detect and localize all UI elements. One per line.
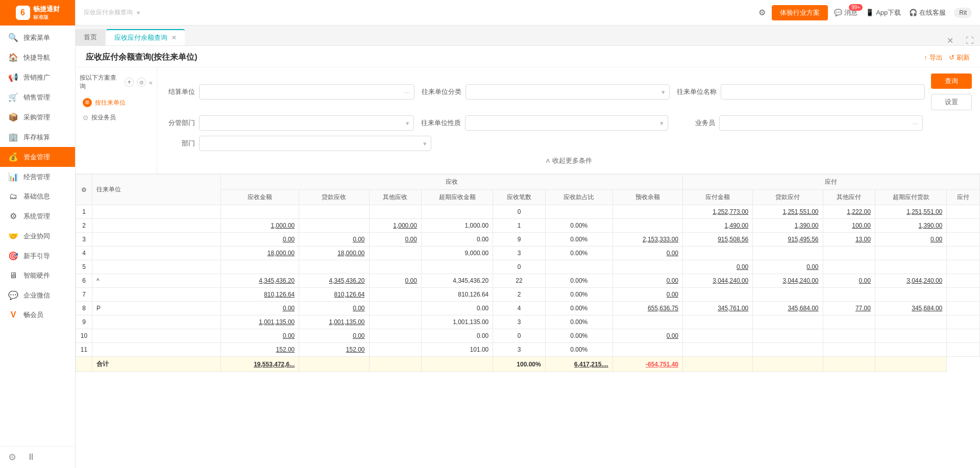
table-cell[interactable]	[682, 329, 752, 343]
online-service-button[interactable]: 🎧 在线客服	[909, 8, 946, 17]
table-cell[interactable]: 0.00	[299, 233, 369, 247]
promo-button[interactable]: 体验行业方案	[772, 5, 828, 20]
dept-mgr-input[interactable]: ▾	[199, 115, 414, 131]
table-cell[interactable]	[221, 205, 299, 219]
message-button[interactable]: 💬 消息 99+	[834, 8, 857, 17]
add-scheme-btn[interactable]: +	[125, 78, 134, 87]
table-cell[interactable]	[875, 315, 946, 329]
table-cell[interactable]: 0.00	[823, 274, 875, 288]
table-cell[interactable]: 810,126.64	[299, 288, 369, 302]
th-settings[interactable]: ⚙	[76, 175, 92, 205]
table-cell[interactable]	[369, 343, 421, 357]
table-cell[interactable]: 1,251,551.00	[753, 205, 823, 219]
tab-close-icon[interactable]: ✕	[172, 34, 177, 41]
scheme-by-staff[interactable]: ⊙ 按业务员	[80, 111, 153, 124]
table-cell[interactable]: 345,684.00	[753, 302, 823, 315]
sidebar-item-guide[interactable]: 🎯新手引导	[0, 246, 75, 266]
table-cell[interactable]: 0.00	[221, 233, 299, 247]
table-cell[interactable]: 0.00	[221, 302, 299, 315]
sidebar-item-sales[interactable]: 🛒销售管理	[0, 87, 75, 107]
table-cell[interactable]: 3,044,240.00	[753, 274, 823, 288]
tab-home[interactable]: 首页	[76, 29, 105, 45]
table-cell[interactable]	[753, 288, 823, 302]
refresh-button[interactable]: ↺ 刷新	[949, 53, 970, 62]
table-cell[interactable]: 1,000.00	[369, 219, 421, 233]
table-cell[interactable]	[875, 260, 946, 274]
table-cell[interactable]	[369, 247, 421, 260]
sidebar-item-search[interactable]: 🔍搜索菜单	[0, 28, 75, 47]
sidebar-item-quicknav[interactable]: 🏠快捷导航	[0, 47, 75, 67]
settings-icon[interactable]: ⚙	[8, 452, 16, 463]
table-cell[interactable]	[612, 343, 682, 357]
table-cell[interactable]: 1,251,551.00	[875, 205, 946, 219]
settings-button[interactable]: 设置	[931, 94, 972, 110]
table-cell[interactable]: 100.00	[823, 219, 875, 233]
sidebar-item-hardware[interactable]: 🖥智能硬件	[0, 266, 75, 285]
table-cell[interactable]: 1,390.00	[875, 219, 946, 233]
sidebar-item-member[interactable]: V畅会员	[0, 305, 75, 325]
sidebar-item-system[interactable]: ⚙系统管理	[0, 206, 75, 226]
table-cell[interactable]: 0.00	[299, 329, 369, 343]
sidebar-item-finance[interactable]: 💰资金管理	[0, 147, 75, 167]
export-button[interactable]: ↑ 导出	[924, 53, 943, 62]
table-cell[interactable]: 915,495.56	[753, 233, 823, 247]
table-cell[interactable]: 810,126.64	[221, 288, 299, 302]
table-cell[interactable]: 0.00	[612, 247, 682, 260]
table-cell[interactable]: 0.00	[299, 302, 369, 315]
table-cell[interactable]	[753, 343, 823, 357]
table-cell[interactable]	[823, 315, 875, 329]
table-cell[interactable]	[682, 247, 752, 260]
unit-name-input[interactable]	[721, 84, 925, 100]
collapse-icon[interactable]: ⏸	[27, 452, 36, 463]
table-cell[interactable]: 0.00	[875, 233, 946, 247]
tab-bar-close-icon[interactable]: ✕	[941, 36, 960, 45]
table-cell[interactable]	[369, 329, 421, 343]
table-cell[interactable]: 0.00	[369, 274, 421, 288]
sidebar-item-collab[interactable]: 🤝企业协同	[0, 226, 75, 246]
table-cell[interactable]	[875, 247, 946, 260]
footer-prepay[interactable]: 6,417,215....	[545, 357, 612, 372]
table-cell[interactable]	[369, 288, 421, 302]
table-cell[interactable]	[369, 315, 421, 329]
table-cell[interactable]	[875, 329, 946, 343]
unit-nature-input[interactable]: ▾	[465, 115, 669, 131]
table-cell[interactable]	[875, 343, 946, 357]
table-cell[interactable]: 2,153,333.00	[612, 233, 682, 247]
table-cell[interactable]: 152.00	[221, 343, 299, 357]
table-cell[interactable]	[823, 247, 875, 260]
table-cell[interactable]	[299, 219, 369, 233]
table-cell[interactable]: 18,000.00	[221, 247, 299, 260]
table-cell[interactable]: 3,044,240.00	[682, 274, 752, 288]
table-cell[interactable]	[299, 260, 369, 274]
table-cell[interactable]	[682, 315, 752, 329]
table-cell[interactable]: 0.00	[753, 260, 823, 274]
unit-category-input[interactable]: ▾	[465, 84, 670, 100]
table-cell[interactable]: 0.00	[612, 329, 682, 343]
table-cell[interactable]: 1,001,135.00	[221, 315, 299, 329]
table-cell[interactable]: 18,000.00	[299, 247, 369, 260]
table-cell[interactable]	[682, 343, 752, 357]
app-download-button[interactable]: 📱 App下载	[866, 8, 901, 17]
table-cell[interactable]	[369, 205, 421, 219]
sidebar-item-inventory[interactable]: 🏢库存核算	[0, 127, 75, 147]
table-cell[interactable]: 0.00	[612, 288, 682, 302]
table-cell[interactable]	[753, 329, 823, 343]
table-cell[interactable]	[823, 343, 875, 357]
salesperson-input[interactable]: ···	[719, 115, 923, 131]
tab-bar-expand-icon[interactable]: ⛶	[960, 36, 980, 45]
sidebar-item-marketing[interactable]: 📢营销推广	[0, 67, 75, 87]
table-cell[interactable]	[612, 260, 682, 274]
table-cell[interactable]	[682, 288, 752, 302]
settings-scheme-btn[interactable]: ⊙	[137, 78, 146, 87]
table-cell[interactable]	[369, 302, 421, 315]
table-cell[interactable]: 1,001,135.00	[299, 315, 369, 329]
table-cell[interactable]	[753, 247, 823, 260]
dept-input[interactable]: ▾	[199, 136, 431, 151]
settlement-input[interactable]: ···	[199, 84, 414, 100]
table-cell[interactable]	[369, 260, 421, 274]
query-button[interactable]: 查询	[931, 73, 972, 89]
table-cell[interactable]: 13.00	[823, 233, 875, 247]
table-cell[interactable]: 1,252,773.00	[682, 205, 752, 219]
table-cell[interactable]: 915,508.56	[682, 233, 752, 247]
table-cell[interactable]: 152.00	[299, 343, 369, 357]
